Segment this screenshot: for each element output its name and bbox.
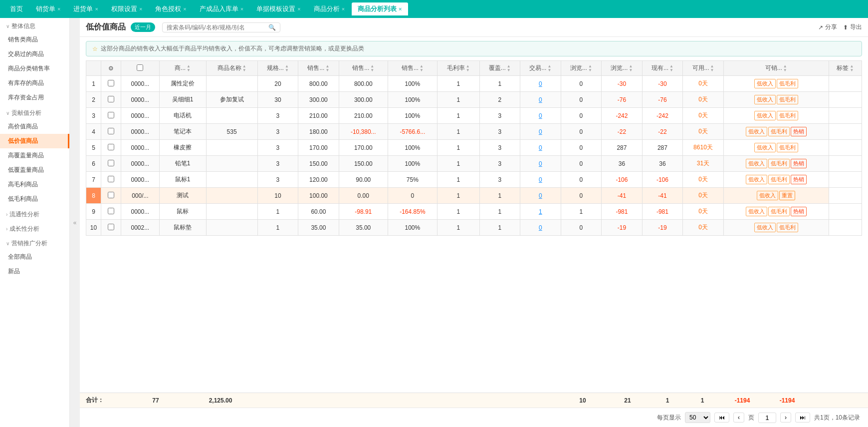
row-checkbox[interactable]: [108, 224, 114, 230]
nav-item-商品分析[interactable]: 商品分析×: [308, 2, 351, 15]
sidebar-item-高覆盖量商品[interactable]: 高覆盖量商品: [0, 148, 69, 163]
per-page-select[interactable]: 50 100 200: [685, 412, 710, 423]
nav-close-icon[interactable]: ×: [399, 6, 402, 12]
nav-item-权限设置[interactable]: 权限设置×: [105, 2, 148, 15]
views1-link[interactable]: 0: [539, 160, 542, 167]
cell-checkbox[interactable]: [101, 220, 121, 236]
nav-item-销货单[interactable]: 销货单×: [30, 2, 66, 15]
cell-available: 287: [642, 140, 683, 156]
cell-views1[interactable]: 0: [520, 156, 561, 172]
nav-item-首页[interactable]: 首页: [4, 2, 29, 15]
sidebar-group-流通性分析[interactable]: ›流通性分析: [0, 206, 69, 221]
cell-views1[interactable]: 0: [520, 220, 561, 236]
cell-spec: [206, 188, 257, 204]
search-box: 🔍: [162, 22, 280, 32]
sidebar-item-低覆盖量商品[interactable]: 低覆盖量商品: [0, 163, 69, 177]
col-checkbox[interactable]: [121, 61, 160, 76]
pagination-last-btn[interactable]: ⏭: [795, 413, 810, 423]
cell-views1[interactable]: 0: [520, 140, 561, 156]
cell-checkbox[interactable]: [101, 124, 121, 140]
nav-item-商品分析列表[interactable]: 商品分析列表×: [352, 2, 408, 15]
cell-checkbox[interactable]: [101, 108, 121, 124]
views1-link[interactable]: 0: [539, 192, 542, 199]
cell-checkbox[interactable]: [101, 140, 121, 156]
sidebar-item-低价值商品[interactable]: 低价值商品: [0, 134, 69, 148]
nav-close-icon[interactable]: ×: [139, 6, 142, 12]
nav-close-icon[interactable]: ×: [342, 6, 345, 12]
sidebar-item-高毛利商品[interactable]: 高毛利商品: [0, 177, 69, 192]
cell-checkbox[interactable]: [101, 76, 121, 92]
row-checkbox[interactable]: [108, 176, 114, 182]
views1-link[interactable]: 0: [539, 96, 542, 103]
collapse-btn[interactable]: «: [70, 18, 80, 427]
views1-link[interactable]: 1: [539, 208, 542, 215]
sidebar-item-销售类商品[interactable]: 销售类商品: [0, 32, 69, 47]
views1-link[interactable]: 0: [539, 144, 542, 151]
cell-checkbox[interactable]: [101, 156, 121, 172]
date-filter-badge[interactable]: 近一月: [131, 22, 155, 32]
sidebar-item-新品[interactable]: 新品: [0, 264, 69, 279]
sidebar-group-贡献值分析[interactable]: ∨贡献值分析: [0, 105, 69, 119]
cell-views1[interactable]: 1: [520, 204, 561, 220]
cell-views1[interactable]: 0: [520, 92, 561, 108]
search-icon[interactable]: 🔍: [268, 24, 276, 31]
share-button[interactable]: ↗ 分享: [818, 23, 837, 31]
row-checkbox[interactable]: [108, 128, 114, 134]
sidebar-item-库存资金占用[interactable]: 库存资金占用: [0, 90, 69, 105]
row-checkbox[interactable]: [108, 192, 114, 198]
sidebar-group-整体信息[interactable]: ∨整体信息: [0, 18, 69, 32]
page-input[interactable]: [758, 413, 776, 423]
cell-views2: 1: [561, 204, 602, 220]
views1-link[interactable]: 0: [539, 128, 542, 135]
cell-views1[interactable]: 0: [520, 76, 561, 92]
sidebar-item-有库存的商品[interactable]: 有库存的商品: [0, 76, 69, 90]
cell-views1[interactable]: 0: [520, 124, 561, 140]
nav-item-产成品入库单[interactable]: 产成品入库单×: [194, 2, 249, 15]
col-settings[interactable]: ⚙: [101, 61, 121, 76]
cell-checkbox[interactable]: [101, 204, 121, 220]
views1-link[interactable]: 0: [539, 224, 542, 231]
views1-link[interactable]: 0: [539, 176, 542, 183]
tag-热销: 热销: [791, 175, 807, 184]
pagination-prev-btn[interactable]: ‹: [733, 413, 744, 423]
nav-close-icon[interactable]: ×: [95, 6, 98, 12]
cell-coverage: 1: [437, 172, 479, 188]
pagination-next-btn[interactable]: ›: [780, 413, 791, 423]
sidebar-item-低毛利商品[interactable]: 低毛利商品: [0, 192, 69, 206]
nav-close-icon[interactable]: ×: [297, 6, 300, 12]
pagination-first-btn[interactable]: ⏮: [714, 413, 729, 423]
export-button[interactable]: ⬆ 导出: [843, 23, 862, 31]
row-checkbox[interactable]: [108, 80, 114, 86]
sidebar-item-全部商品[interactable]: 全部商品: [0, 250, 69, 264]
views1-link[interactable]: 0: [539, 80, 542, 87]
cell-views1[interactable]: 0: [520, 172, 561, 188]
row-checkbox[interactable]: [108, 208, 114, 214]
sidebar-group-成长性分析[interactable]: ›成长性分析: [0, 221, 69, 235]
main-layout: ∨整体信息销售类商品交易过的商品商品分类销售率有库存的商品库存资金占用∨贡献值分…: [0, 18, 868, 427]
views1-link[interactable]: 0: [539, 112, 542, 119]
sidebar-item-商品分类销售率[interactable]: 商品分类销售率: [0, 61, 69, 76]
cell-views1[interactable]: 0: [520, 188, 561, 204]
sidebar-group-营销推广分析[interactable]: ∨营销推广分析: [0, 235, 69, 250]
cell-checkbox[interactable]: [101, 92, 121, 108]
select-all-checkbox[interactable]: [137, 64, 143, 71]
nav-item-单据模板设置[interactable]: 单据模板设置×: [250, 2, 306, 15]
nav-close-icon[interactable]: ×: [57, 6, 60, 12]
nav-close-icon[interactable]: ×: [240, 6, 243, 12]
row-checkbox[interactable]: [108, 112, 114, 118]
nav-item-进货单[interactable]: 进货单×: [67, 2, 104, 15]
row-checkbox[interactable]: [108, 96, 114, 102]
cell-checkbox[interactable]: [101, 188, 121, 204]
sidebar-item-交易过的商品[interactable]: 交易过的商品: [0, 47, 69, 61]
sidebar-item-高价值商品[interactable]: 高价值商品: [0, 119, 69, 134]
nav-close-icon[interactable]: ×: [183, 6, 186, 12]
cell-tags: 低收入低毛利热销: [723, 204, 829, 220]
cell-sale-qty: 3: [257, 140, 298, 156]
row-checkbox[interactable]: [108, 144, 114, 150]
cell-views1[interactable]: 0: [520, 108, 561, 124]
search-input[interactable]: [167, 24, 266, 31]
row-checkbox[interactable]: [108, 160, 114, 166]
inner-layout: ∨整体信息销售类商品交易过的商品商品分类销售率有库存的商品库存资金占用∨贡献值分…: [0, 18, 868, 427]
nav-item-角色授权[interactable]: 角色授权×: [149, 2, 192, 15]
cell-checkbox[interactable]: [101, 172, 121, 188]
